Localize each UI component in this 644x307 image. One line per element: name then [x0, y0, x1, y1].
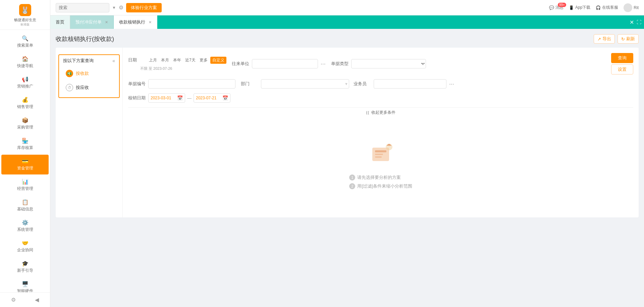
staff-label: 业务员	[354, 81, 371, 87]
sidebar-item-label: 快捷导航	[17, 63, 33, 69]
sidebar-item-label: 经营管理	[17, 186, 33, 192]
by-receivable-label: 按应收	[76, 85, 89, 91]
partner-input[interactable]	[252, 59, 318, 68]
sidebar-menu: 🔍 搜索菜单 🏠 快捷导航 📢 营销推广 💰 销售管理 📦 采购管理 🏪 库存核…	[0, 30, 50, 292]
sidebar-logo: 🐰 畅捷通好生意 标准版	[0, 0, 50, 30]
dept-label: 部门	[241, 81, 258, 87]
date-separator: —	[187, 96, 192, 101]
service-icon: 🎧	[596, 5, 601, 10]
enterprise-icon: 🤝	[22, 240, 29, 246]
tab-expand-btn[interactable]: ⛶	[637, 19, 641, 25]
finance-icon: 💳	[22, 158, 29, 164]
export-button[interactable]: ↗ 导出	[594, 34, 615, 44]
top-header: ▼ ⚙ 体验行业方案 💬 消息 99+ 📱 App下载 🎧 在线客服 Rit	[50, 0, 644, 15]
notification-icon: 💬	[549, 5, 554, 10]
marketing-icon: 📢	[22, 76, 29, 83]
refresh-icon: ↻	[621, 37, 625, 42]
date-shortcut-last-month[interactable]: 上月	[148, 57, 158, 64]
date-shortcut-custom[interactable]: 自定义	[210, 57, 226, 64]
sidebar-settings-btn[interactable]: ⚙	[10, 295, 17, 304]
operations-icon: 📊	[22, 178, 29, 185]
doc-type-select[interactable]	[351, 59, 426, 68]
sidebar-item-smart-hw[interactable]: 🖥️ 智能硬件	[1, 277, 49, 292]
sidebar-item-search-menu[interactable]: 🔍 搜索菜单	[1, 32, 49, 52]
sidebar-collapse-btn[interactable]: ◀	[34, 295, 40, 304]
sidebar-item-marketing[interactable]: 📢 营销推广	[1, 73, 49, 93]
tab-home[interactable]: 首页	[50, 15, 70, 29]
doc-no-input[interactable]	[148, 79, 235, 89]
staff-input[interactable]	[374, 79, 446, 89]
calendar-start-icon[interactable]: 📅	[177, 95, 183, 101]
notification-btn[interactable]: 💬 消息 99+	[549, 5, 564, 10]
sidebar-item-label: 搜索菜单	[17, 43, 33, 48]
header-dropdown-icon[interactable]: ▼	[112, 5, 116, 10]
main-panel: 按以下方案查询 « 💵 按收款 ⏱ 按应收	[56, 48, 639, 217]
page-title-bar: 收款核销执行(按收款) ↗ 导出 ↻ 刷新	[56, 34, 639, 44]
refresh-button[interactable]: ↻ 刷新	[618, 34, 639, 44]
solution-button[interactable]: 体验行业方案	[126, 3, 162, 12]
sidebar-item-finance[interactable]: 💳 资金管理	[1, 155, 49, 174]
sidebar-item-label: 企业协同	[17, 247, 33, 253]
sidebar-item-system[interactable]: ⚙️ 系统管理	[1, 216, 49, 236]
doc-type-label: 单据类型	[331, 61, 348, 67]
filter-option-by-receivable[interactable]: ⏱ 按应收	[59, 81, 119, 95]
tab-prepayment-close-btn[interactable]: ✕	[105, 20, 108, 24]
query-row-3: 核销日期 2023-03-01 📅 — 2023-07-21 📅	[128, 93, 633, 103]
app-label: App下载	[575, 5, 590, 10]
settings-button[interactable]: 设置	[611, 64, 633, 74]
app-download-btn[interactable]: 📱 App下载	[569, 5, 590, 10]
page-actions: ↗ 导出 ↻ 刷新	[594, 34, 639, 44]
writeoff-start-input[interactable]: 2023-03-01 📅	[148, 93, 185, 103]
filter-collapse-icon[interactable]: «	[112, 58, 115, 63]
sales-icon: 💰	[22, 97, 29, 103]
main-area: ▼ ⚙ 体验行业方案 💬 消息 99+ 📱 App下载 🎧 在线客服 Rit	[50, 0, 644, 307]
sidebar-item-basic-info[interactable]: 📋 基础信息	[1, 196, 49, 215]
sidebar-item-sales[interactable]: 💰 销售管理	[1, 93, 49, 113]
app-icon: 📱	[569, 5, 574, 10]
calendar-end-icon[interactable]: 📅	[222, 95, 228, 101]
sidebar-item-label: 新手引导	[17, 268, 33, 273]
tip-text-1: 请先选择要分析的方案	[357, 174, 401, 181]
sidebar-item-label: 基础信息	[17, 206, 33, 212]
sidebar-item-guide[interactable]: 🎓 新手引导	[1, 257, 49, 277]
collapse-more-btn[interactable]: ⟨⟨ 收起更多条件	[128, 107, 633, 117]
date-shortcut-7days[interactable]: 近7天	[184, 57, 197, 64]
smart-hw-icon: 🖥️	[22, 281, 29, 287]
partner-field: 往来单位 ···	[232, 59, 326, 68]
sidebar-item-label: 系统管理	[17, 227, 33, 233]
partner-dots-icon[interactable]: ···	[321, 61, 326, 67]
by-receipt-label: 按收款	[76, 70, 89, 76]
tab-close-all-btn[interactable]: ✕	[630, 19, 634, 25]
date-shortcut-more[interactable]: 更多	[198, 57, 209, 64]
date-shortcut-this-month[interactable]: 本月	[160, 57, 170, 64]
query-panel: 日期 上月 本月 本年 近7天 更多 自定义 不限 至 2023-0	[123, 48, 639, 217]
page-title: 收款核销执行(按收款)	[56, 35, 114, 43]
header-gear-icon[interactable]: ⚙	[119, 4, 123, 11]
staff-dots-icon[interactable]: ···	[449, 81, 454, 87]
tip-num-1: 1	[349, 174, 355, 181]
header-search-area	[56, 3, 109, 12]
tip-text-2: 用[过滤]条件来缩小分析范围	[357, 183, 412, 189]
date-shortcut-this-year[interactable]: 本年	[172, 57, 182, 64]
staff-field: 业务员 ···	[354, 79, 454, 89]
header-search-input[interactable]	[56, 3, 109, 12]
tab-receipt-writeoff-close-btn[interactable]: ✕	[149, 20, 152, 24]
tab-receipt-writeoff[interactable]: 收款核销执行 ✕	[114, 15, 157, 29]
sidebar-item-label: 库存核算	[17, 145, 33, 151]
date-shortcuts: 上月 本月 本年 近7天 更多 自定义	[148, 57, 226, 64]
writeoff-date-field: 核销日期 2023-03-01 📅 — 2023-07-21 📅	[128, 93, 633, 103]
online-service-btn[interactable]: 🎧 在线客服	[596, 5, 618, 10]
sidebar-item-enterprise[interactable]: 🤝 企业协同	[1, 237, 49, 256]
tab-prepayment[interactable]: 预付冲应付单 ✕	[70, 15, 114, 29]
user-menu[interactable]: Rit	[624, 3, 639, 12]
filter-panel-header: 按以下方案查询 «	[59, 58, 119, 66]
sidebar-item-purchase[interactable]: 📦 采购管理	[1, 114, 49, 134]
filter-option-by-receipt[interactable]: 💵 按收款	[59, 66, 119, 81]
writeoff-end-input[interactable]: 2023-07-21 📅	[194, 93, 230, 103]
sidebar-item-quick-nav[interactable]: 🏠 快捷导航	[1, 52, 49, 72]
dept-input[interactable]	[261, 79, 349, 89]
query-button[interactable]: 查询	[611, 53, 633, 63]
sidebar-item-operations[interactable]: 📊 经营管理	[1, 175, 49, 195]
by-receivable-icon: ⏱	[66, 84, 73, 91]
sidebar-item-inventory[interactable]: 🏪 库存核算	[1, 134, 49, 154]
